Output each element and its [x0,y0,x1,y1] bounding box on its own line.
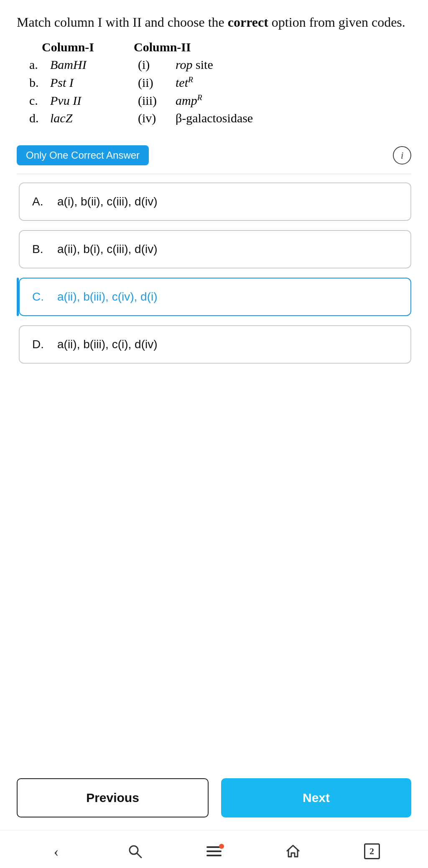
row-a-col1: BamHI [50,58,138,72]
next-button[interactable]: Next [221,778,411,817]
badge-row: Only One Correct Answer i [0,137,428,170]
option-d-label: D. [32,338,49,351]
nav-section: Previous Next [0,766,428,830]
home-icon [285,843,301,859]
menu-dot [219,844,224,849]
option-a[interactable]: A. a(i), b(ii), c(iii), d(iv) [19,182,411,221]
answer-type-badge[interactable]: Only One Correct Answer [17,145,149,165]
row-a-col2-val: rop site [176,58,213,72]
row-d-letter: d. [29,111,50,125]
option-c-text: a(ii), b(iii), c(iv), d(i) [57,290,158,304]
nav-box-item[interactable]: 2 [359,839,385,864]
option-d-text: a(ii), b(iii), c(i), d(iv) [57,338,158,351]
row-c-letter: c. [29,94,50,108]
menu-line-3 [206,855,222,856]
option-b-text: a(ii), b(i), c(iii), d(iv) [57,243,158,256]
option-c-wrapper: C. a(ii), b(iii), c(iv), d(i) [17,278,411,316]
box-number: 2 [369,846,374,857]
option-b-label: B. [32,243,49,256]
question-text: Match column I with II and choose the co… [17,13,411,32]
box-icon: 2 [364,843,380,859]
option-b[interactable]: B. a(ii), b(i), c(iii), d(iv) [19,230,411,268]
row-d-col2-val: β-galactosidase [176,111,253,125]
page-container: Match column I with II and choose the co… [0,0,428,868]
column2-header: Column-II [134,40,191,54]
row-c-col2-num: (iii) [138,94,176,108]
question-section: Match column I with II and choose the co… [0,0,428,137]
row-c-col2-val: ampR [176,93,202,108]
bottom-nav-bar: ‹ 2 [0,830,428,868]
row-c: c. Pvu II (iii) ampR [29,93,411,108]
svg-line-1 [137,853,141,858]
row-a-col2-num: (i) [138,58,176,72]
row-b-col2-val: tetR [176,75,193,90]
row-b: b. Pst I (ii) tetR [29,75,411,90]
option-a-wrapper: A. a(i), b(ii), c(iii), d(iv) [17,182,411,221]
search-icon [127,844,143,859]
menu-line-2 [206,850,222,852]
bold-correct: correct [228,15,268,30]
previous-button[interactable]: Previous [17,778,209,817]
option-b-wrapper: B. a(ii), b(i), c(iii), d(iv) [17,230,411,268]
row-b-col1: Pst I [50,76,138,90]
menu-icon [206,846,222,856]
row-c-col1: Pvu II [50,94,138,108]
option-a-text: a(i), b(ii), c(iii), d(iv) [57,195,158,208]
option-c[interactable]: C. a(ii), b(iii), c(iv), d(i) [19,278,411,316]
back-icon: ‹ [54,843,59,860]
columns-headers-row: Column-I Column-II [42,40,411,54]
option-d[interactable]: D. a(ii), b(iii), c(i), d(iv) [19,325,411,364]
option-c-label: C. [32,290,49,304]
info-icon[interactable]: i [393,146,411,164]
row-d-col1: lacZ [50,111,138,125]
row-d-col2-num: (iv) [138,111,176,125]
row-a-letter: a. [29,58,50,72]
nav-back-item[interactable]: ‹ [43,839,69,864]
columns-table: Column-I Column-II a. BamHI (i) rop site… [29,40,411,125]
row-d: d. lacZ (iv) β-galactosidase [29,111,411,125]
row-b-letter: b. [29,76,50,90]
nav-menu-item[interactable] [201,839,227,864]
column1-header: Column-I [42,40,134,54]
nav-search-item[interactable] [122,839,148,864]
row-a: a. BamHI (i) rop site [29,58,411,72]
section-divider [17,174,411,174]
row-b-col2-num: (ii) [138,76,176,90]
option-d-wrapper: D. a(ii), b(iii), c(i), d(iv) [17,325,411,364]
option-a-label: A. [32,195,49,208]
options-section: A. a(i), b(ii), c(iii), d(iv) B. a(ii), … [0,178,428,372]
nav-home-item[interactable] [280,839,306,864]
